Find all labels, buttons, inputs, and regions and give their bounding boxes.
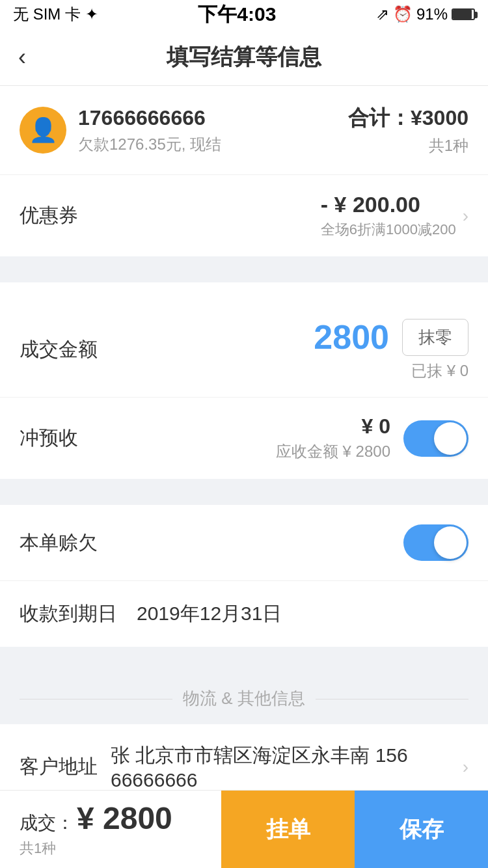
avatar: 👤	[20, 107, 66, 154]
round-zero-button[interactable]: 抹零	[402, 319, 468, 356]
location-icon: ⇗	[376, 5, 389, 23]
deal-amount-value: 2800	[314, 318, 389, 357]
toggle-knob	[434, 422, 467, 455]
coupon-right: - ¥ 200.00 全场6折满1000减200 ›	[321, 192, 468, 239]
coupon-discount: - ¥ 200.00	[321, 192, 456, 217]
status-bar: 无 SIM 卡 ✦ 下午4:03 ⇗ ⏰ 91%	[0, 0, 488, 29]
status-time: 下午4:03	[198, 1, 276, 28]
customer-right: 合计：¥3000 共1种	[348, 104, 468, 156]
divider-2	[0, 492, 488, 505]
debt-section: 本单赊欠 收款到期日 2019年12月31日	[0, 505, 488, 647]
bottom-deal-amount: ¥ 2800	[77, 800, 172, 836]
deal-amount-right: 2800 抹零	[314, 318, 468, 357]
customer-section: 👤 17666666666 欠款1276.35元, 现结 合计：¥3000 共1…	[0, 86, 488, 256]
deal-amount-label: 成交金额	[20, 336, 98, 363]
deal-amount-sub: 已抹 ¥ 0	[314, 360, 468, 381]
deal-amount-row: 成交金额 2800 抹零 已抹 ¥ 0	[20, 302, 468, 397]
address-chevron-icon: ›	[463, 757, 468, 778]
customer-left: 👤 17666666666 欠款1276.35元, 现结	[20, 106, 221, 155]
bottom-bar: 成交： ¥ 2800 共1种 挂单 保存	[0, 790, 488, 868]
bottom-count: 共1种	[20, 839, 202, 858]
due-date-value: 2019年12月31日	[137, 601, 282, 627]
logistics-header: 物流 & 其他信息	[0, 673, 488, 724]
bottom-deal-prefix: 成交：	[20, 811, 74, 835]
divider-3	[0, 660, 488, 673]
divider-1	[0, 269, 488, 282]
pre-collection-label: 冲预收	[20, 425, 78, 452]
sim-status: 无 SIM 卡 ✦	[13, 4, 98, 25]
pending-button[interactable]: 挂单	[221, 791, 355, 868]
address-label: 客户地址	[20, 753, 98, 780]
status-right: ⇗ ⏰ 91%	[376, 5, 475, 23]
alarm-icon: ⏰	[393, 5, 413, 23]
page-title: 填写结算等信息	[167, 42, 321, 72]
pre-sub: 应收金额 ¥ 2800	[276, 441, 390, 462]
coupon-label: 优惠券	[20, 202, 78, 229]
total-count: 共1种	[348, 135, 468, 156]
save-button[interactable]: 保存	[355, 791, 488, 868]
address-content: 张 北京市市辖区海淀区永丰南 156 66666666	[98, 742, 463, 791]
debt-label: 本单赊欠	[20, 530, 98, 556]
avatar-icon: 👤	[29, 116, 58, 144]
customer-phone: 17666666666	[78, 106, 221, 130]
battery-icon	[452, 8, 475, 20]
pre-amount-wrap: ¥ 0 应收金额 ¥ 2800	[276, 414, 390, 462]
due-date-label: 收款到期日	[20, 601, 117, 627]
debt-row: 本单赊欠	[0, 505, 488, 580]
pre-collection-row: 冲预收 ¥ 0 应收金额 ¥ 2800	[0, 397, 488, 479]
battery-level: 91%	[416, 5, 448, 23]
coupon-row[interactable]: 优惠券 - ¥ 200.00 全场6折满1000减200 ›	[0, 174, 488, 256]
customer-info: 17666666666 欠款1276.35元, 现结	[78, 106, 221, 155]
total-value: 合计：¥3000	[348, 104, 468, 133]
back-button[interactable]: ‹	[18, 44, 26, 71]
pre-collection-toggle[interactable]	[403, 420, 468, 457]
customer-debt: 欠款1276.35元, 现结	[78, 134, 221, 155]
pre-collection-right: ¥ 0 应收金额 ¥ 2800	[276, 414, 468, 462]
logistics-title: 物流 & 其他信息	[172, 687, 316, 710]
bottom-deal-row: 成交： ¥ 2800	[20, 800, 202, 836]
pre-amount: ¥ 0	[276, 414, 390, 439]
coupon-desc: 全场6折满1000减200	[321, 220, 456, 239]
nav-bar: ‹ 填写结算等信息	[0, 29, 488, 86]
due-date-row: 收款到期日 2019年12月31日	[0, 580, 488, 647]
amount-section: 成交金额 2800 抹零 已抹 ¥ 0 冲预收 ¥ 0 应收金额 ¥ 2800	[0, 282, 488, 479]
customer-row: 👤 17666666666 欠款1276.35元, 现结 合计：¥3000 共1…	[0, 86, 488, 174]
bottom-summary: 成交： ¥ 2800 共1种	[0, 800, 221, 858]
coupon-chevron-icon: ›	[463, 206, 468, 226]
debt-toggle[interactable]	[403, 524, 468, 561]
status-left: 无 SIM 卡 ✦	[13, 4, 98, 25]
debt-toggle-knob	[434, 526, 467, 559]
